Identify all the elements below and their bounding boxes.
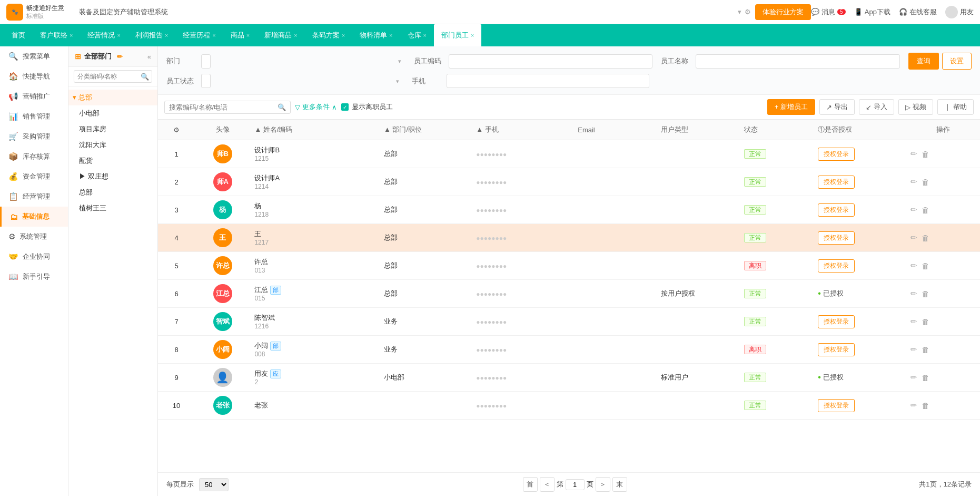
delete-icon[interactable]: 🗑 — [922, 261, 929, 270]
delete-icon[interactable]: 🗑 — [922, 317, 929, 326]
delete-icon[interactable]: 🗑 — [922, 150, 929, 159]
system-dropdown-icon[interactable]: ▾ — [738, 8, 741, 16]
sidebar-item-guide[interactable]: 📖新手引导 — [0, 267, 68, 287]
phone-input[interactable] — [447, 74, 649, 88]
query-button[interactable]: 查询 — [908, 53, 939, 70]
sidebar-item-marketing[interactable]: 📢营销推广 — [0, 86, 68, 106]
video-btn[interactable]: ▷ 视频 — [898, 99, 933, 115]
page-input[interactable] — [566, 479, 585, 490]
message-btn[interactable]: 💬 消息 5 — [811, 7, 846, 17]
page-next-btn[interactable]: ＞ — [596, 477, 610, 492]
edit-icon[interactable]: ✏ — [910, 401, 917, 410]
nav-item-add-goods[interactable]: 新增商品 × — [257, 24, 304, 46]
sidebar-item-sales[interactable]: 📊销售管理 — [0, 106, 68, 127]
app-download-btn[interactable]: 📱 App下载 — [854, 7, 890, 17]
dept-node-shuangzhuang[interactable]: ▶ 双庄想 — [68, 169, 157, 184]
dept-node-project[interactable]: 项目库房 — [68, 121, 157, 137]
user-btn[interactable]: 用友 — [945, 6, 974, 18]
sidebar-item-base[interactable]: 🗂基础信息 — [0, 207, 68, 227]
edit-icon[interactable]: ✏ — [910, 233, 917, 242]
nav-item-dept[interactable]: 部门员工 × — [434, 24, 481, 46]
edit-icon[interactable]: ✏ — [910, 317, 917, 326]
dept-collapse-icon[interactable]: « — [147, 53, 151, 61]
per-page-select[interactable]: 50 100 — [199, 478, 229, 491]
nav-item-warehouse[interactable]: 仓库 × — [400, 24, 434, 46]
sidebar-item-nav[interactable]: 🏠快捷导航 — [0, 66, 68, 86]
nav-close-add-goods[interactable]: × — [294, 32, 297, 38]
nav-close-dept[interactable]: × — [471, 32, 474, 38]
page-first-btn[interactable]: 首 — [523, 477, 538, 492]
nav-item-goods[interactable]: 商品 × — [223, 24, 257, 46]
resigned-checkbox[interactable]: ✓ — [341, 103, 349, 111]
auth-btn[interactable]: 授权登录 — [818, 203, 855, 217]
delete-icon[interactable]: 🗑 — [922, 373, 929, 382]
export-btn[interactable]: ↗ 导出 — [819, 99, 855, 115]
edit-icon[interactable]: ✏ — [910, 373, 917, 382]
filter-more-btn[interactable]: ▽ 更多条件 ∧ — [295, 102, 337, 112]
dept-node-shenyang[interactable]: 沈阳大库 — [68, 137, 157, 153]
settings-icon[interactable]: ⚙ — [745, 8, 751, 16]
nav-close-goods[interactable]: × — [246, 32, 250, 38]
auth-btn[interactable]: 授权登录 — [818, 399, 855, 412]
nav-item-home[interactable]: 首页 — [4, 24, 33, 46]
delete-icon[interactable]: 🗑 — [922, 345, 929, 354]
nav-item-operation[interactable]: 经营情况 × — [80, 24, 127, 46]
col-dept-header[interactable]: ▲ 部门/职位 — [380, 120, 472, 140]
nav-item-profit[interactable]: 利润报告 × — [128, 24, 175, 46]
set-button[interactable]: 设置 — [942, 53, 972, 70]
edit-icon[interactable]: ✏ — [910, 345, 917, 354]
dept-select[interactable] — [201, 54, 211, 69]
emp-code-input[interactable] — [449, 54, 653, 69]
dept-node-zhishu[interactable]: 植树王三 — [68, 200, 157, 216]
nav-item-customer[interactable]: 客户联络 × — [33, 24, 80, 46]
nav-item-barcode[interactable]: 条码方案 × — [305, 24, 352, 46]
sidebar-item-inventory[interactable]: 📦库存核算 — [0, 147, 68, 167]
service-btn[interactable]: 🎧 在线客服 — [899, 7, 937, 17]
try-btn[interactable]: 体验行业方案 — [755, 4, 811, 20]
auth-btn[interactable]: 授权登录 — [818, 148, 855, 161]
add-emp-btn[interactable]: + 新增员工 — [767, 99, 815, 115]
dept-node-peihuo[interactable]: 配货 — [68, 153, 157, 169]
auth-btn[interactable]: 授权登录 — [818, 176, 855, 189]
edit-icon[interactable]: ✏ — [910, 149, 917, 159]
auth-btn[interactable]: 授权登录 — [818, 315, 855, 328]
nav-close-operation[interactable]: × — [117, 32, 120, 38]
nav-item-history[interactable]: 经营历程 × — [175, 24, 223, 46]
auth-btn[interactable]: 授权登录 — [818, 343, 855, 356]
edit-icon[interactable]: ✏ — [910, 177, 917, 187]
sidebar-item-bizmanage[interactable]: 📋经营管理 — [0, 187, 68, 207]
help-btn[interactable]: ｜ 帮助 — [937, 99, 974, 115]
page-last-btn[interactable]: 末 — [612, 477, 627, 492]
nav-close-barcode[interactable]: × — [342, 32, 345, 38]
emp-name-input[interactable] — [696, 54, 900, 69]
col-settings[interactable]: ⚙ — [158, 120, 195, 140]
sidebar-item-collab[interactable]: 🤝企业协同 — [0, 247, 68, 267]
nav-close-warehouse[interactable]: × — [423, 32, 427, 38]
edit-icon[interactable]: ✏ — [910, 205, 917, 215]
page-prev-btn[interactable]: ＜ — [540, 477, 555, 492]
emp-status-select[interactable] — [201, 74, 211, 88]
delete-icon[interactable]: 🗑 — [922, 401, 929, 410]
sidebar-item-purchase[interactable]: 🛒采购管理 — [0, 127, 68, 147]
search-input[interactable] — [169, 103, 275, 111]
delete-icon[interactable]: 🗑 — [922, 234, 929, 242]
nav-close-history[interactable]: × — [212, 32, 215, 38]
auth-btn[interactable]: 授权登录 — [818, 259, 855, 273]
nav-item-bom[interactable]: 物料清单 × — [352, 24, 400, 46]
delete-icon[interactable]: 🗑 — [922, 206, 929, 215]
col-phone-header[interactable]: ▲ 手机 — [472, 120, 573, 140]
edit-icon[interactable]: ✏ — [910, 289, 917, 298]
dept-node-xiaodibu[interactable]: 小电部 — [68, 105, 157, 121]
show-resigned-toggle[interactable]: ✓ 显示离职员工 — [341, 102, 393, 112]
sidebar-item-system[interactable]: ⚙系统管理 — [0, 227, 68, 247]
sidebar-item-finance[interactable]: 💰资金管理 — [0, 167, 68, 187]
col-name-header[interactable]: ▲ 姓名/编码 — [250, 120, 380, 140]
nav-close-customer[interactable]: × — [70, 32, 73, 38]
dept-node-zongbu[interactable]: ▾ 总部 — [68, 90, 157, 105]
edit-icon[interactable]: ✏ — [910, 261, 917, 270]
sidebar-item-search[interactable]: 🔍搜索菜单 — [0, 46, 68, 66]
delete-icon[interactable]: 🗑 — [922, 178, 929, 187]
auth-btn[interactable]: 授权登录 — [818, 231, 855, 245]
dept-node-zb[interactable]: 总部 — [68, 184, 157, 200]
nav-close-bom[interactable]: × — [389, 32, 392, 38]
